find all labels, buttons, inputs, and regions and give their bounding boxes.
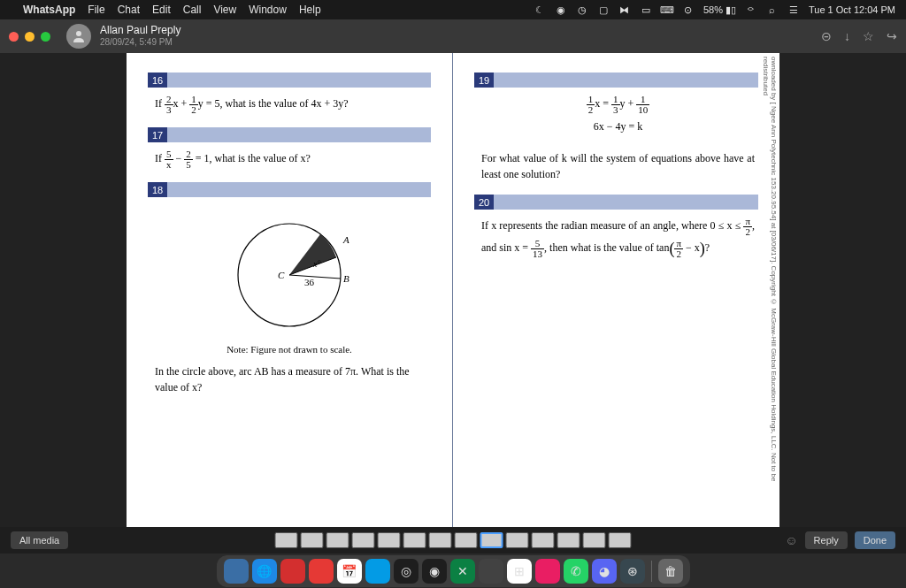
traffic-lights — [9, 32, 50, 42]
menubar-left: WhatsApp File Chat Edit Call View Window… — [11, 4, 321, 16]
control-center-icon[interactable]: ☰ — [787, 4, 800, 16]
q16-bar: 16 — [148, 73, 431, 88]
dock-finder[interactable] — [224, 559, 249, 584]
menu-view[interactable]: View — [213, 4, 236, 16]
q16-number: 16 — [148, 73, 167, 88]
q20-text: If x represents the radian measure of an… — [474, 217, 758, 273]
label-36: 36 — [304, 277, 315, 287]
chat-header: Allan Paul Preply 28/09/24, 5:49 PM ⊝ ↓ … — [0, 19, 906, 53]
mac-dock: 🌐 📅 ◎ ◉ ✕ ⊞ ✆ ◕ ⊛ 🗑 — [0, 554, 906, 588]
dock-app-3[interactable] — [280, 559, 305, 584]
thumb-7[interactable] — [429, 532, 452, 548]
dock-separator — [651, 561, 652, 582]
bluetooth-icon[interactable]: ⧓ — [618, 4, 631, 16]
thumb-4[interactable] — [352, 532, 375, 548]
wifi-icon[interactable]: ⌔ — [745, 4, 757, 16]
q18-number: 18 — [148, 182, 167, 197]
dock-bg: 🌐 📅 ◎ ◉ ✕ ⊞ ✆ ◕ ⊛ 🗑 — [217, 555, 690, 587]
clock-icon[interactable]: ◷ — [576, 4, 588, 16]
dock-app-4[interactable] — [309, 559, 334, 584]
menu-call[interactable]: Call — [183, 4, 202, 16]
display-icon[interactable]: ▭ — [640, 4, 652, 16]
thumb-9-active[interactable] — [480, 532, 503, 548]
label-A: A — [342, 234, 349, 245]
dock-app-6[interactable] — [365, 559, 390, 584]
doc-right-column: 19 12x = 13y + 110 6x − 4y = k For what … — [453, 53, 779, 527]
document-image[interactable]: 16 If 23x + 12y = 5, what is the value o… — [127, 53, 779, 527]
toolbar-right: ☺ Reply Done — [785, 531, 895, 549]
dock-whatsapp[interactable]: ✆ — [564, 559, 588, 584]
dock-app-12[interactable] — [535, 559, 560, 584]
circle-c-icon[interactable]: ◉ — [555, 4, 567, 16]
thumb-3[interactable] — [326, 532, 349, 548]
download-icon[interactable]: ↓ — [844, 29, 850, 43]
clock-text[interactable]: Tue 1 Oct 12:04 PM — [809, 4, 895, 15]
dock-app-11[interactable]: ⊞ — [507, 559, 532, 584]
keyboard-icon[interactable]: ⌨ — [661, 4, 673, 16]
close-window-icon[interactable] — [9, 32, 19, 42]
app-name[interactable]: WhatsApp — [23, 4, 75, 16]
q19-equations: 12x = 13y + 110 6x − 4y = k — [474, 95, 758, 150]
chat-info[interactable]: Allan Paul Preply 28/09/24, 5:49 PM — [100, 25, 180, 47]
dock-app-10[interactable] — [479, 559, 503, 584]
menubar-right: ☾ ◉ ◷ ▢ ⧓ ▭ ⌨ ⊙ 58% ▮▯ ⌔ ⌕ ☰ Tue 1 Oct 1… — [534, 4, 895, 16]
dock-trash[interactable]: 🗑 — [658, 559, 683, 584]
label-x: x° — [312, 259, 320, 269]
done-button[interactable]: Done — [855, 531, 895, 549]
avatar[interactable] — [66, 24, 91, 49]
q20-number: 20 — [474, 195, 494, 210]
fullscreen-window-icon[interactable] — [41, 32, 50, 42]
emoji-icon[interactable]: ☺ — [785, 533, 797, 547]
minimize-window-icon[interactable] — [25, 32, 35, 42]
thumbnail-strip — [275, 532, 632, 548]
dock-app-15[interactable]: ⊛ — [620, 559, 645, 584]
menu-edit[interactable]: Edit — [152, 4, 171, 16]
svg-point-0 — [76, 31, 81, 36]
label-B: B — [343, 273, 349, 284]
moon-icon[interactable]: ☾ — [534, 4, 546, 16]
dock-app-8[interactable]: ◉ — [422, 559, 447, 584]
dock-discord[interactable]: ◕ — [592, 559, 617, 584]
q18-text: In the circle above, arc AB has a measur… — [148, 363, 431, 408]
stage-manager-icon[interactable]: ▢ — [597, 4, 610, 16]
battery-status[interactable]: 58% ▮▯ — [703, 4, 736, 16]
all-media-button[interactable]: All media — [11, 531, 68, 549]
menu-chat[interactable]: Chat — [118, 4, 140, 16]
thumb-10[interactable] — [506, 532, 529, 548]
dock-app-7[interactable]: ◎ — [394, 559, 418, 584]
q19-number: 19 — [474, 73, 494, 88]
dock-calendar[interactable]: 📅 — [337, 559, 362, 584]
menu-help[interactable]: Help — [299, 4, 321, 16]
svg-line-2 — [289, 275, 341, 279]
reply-button[interactable]: Reply — [805, 531, 848, 549]
mac-menubar: WhatsApp File Chat Edit Call View Window… — [0, 0, 906, 19]
thumb-5[interactable] — [378, 532, 401, 548]
spotlight-icon[interactable]: ⌕ — [766, 4, 779, 16]
media-toolbar: All media ☺ Reply Done — [0, 527, 906, 554]
label-C: C — [278, 270, 285, 280]
thumb-6[interactable] — [403, 532, 426, 548]
thumb-14[interactable] — [609, 532, 632, 548]
doc-left-column: 16 If 23x + 12y = 5, what is the value o… — [127, 53, 453, 527]
menu-window[interactable]: Window — [249, 4, 287, 16]
forward-icon[interactable]: ↪ — [887, 29, 897, 43]
star-icon[interactable]: ☆ — [863, 29, 874, 43]
thumb-2[interactable] — [301, 532, 324, 548]
dock-app-9[interactable]: ✕ — [450, 559, 475, 584]
thumb-13[interactable] — [583, 532, 606, 548]
battery-icon: ▮▯ — [726, 4, 736, 16]
record-icon[interactable]: ⊙ — [682, 4, 695, 16]
dock-safari[interactable]: 🌐 — [252, 559, 277, 584]
thumb-12[interactable] — [557, 532, 580, 548]
q19-text: For what value of k will the system of e… — [474, 150, 758, 195]
doc-watermark: ownloaded by [ Ngee Ann Polytechnic 153.… — [765, 57, 778, 516]
q17-text: If 5x − 25 = 1, what is the value of x? — [148, 149, 431, 182]
menu-file[interactable]: File — [88, 4, 104, 16]
q18-bar: 18 — [148, 182, 431, 197]
battery-pct: 58% — [703, 4, 723, 15]
thumb-1[interactable] — [275, 532, 298, 548]
thumb-11[interactable] — [532, 532, 555, 548]
more-icon[interactable]: ⊝ — [821, 29, 832, 43]
thumb-8[interactable] — [455, 532, 478, 548]
chat-name: Allan Paul Preply — [100, 25, 180, 37]
